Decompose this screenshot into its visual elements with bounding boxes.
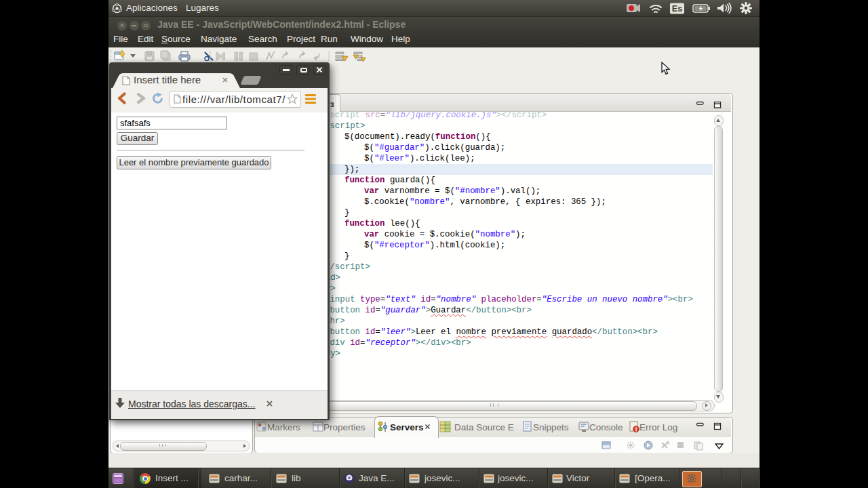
- svg-text:Es: Es: [672, 4, 682, 14]
